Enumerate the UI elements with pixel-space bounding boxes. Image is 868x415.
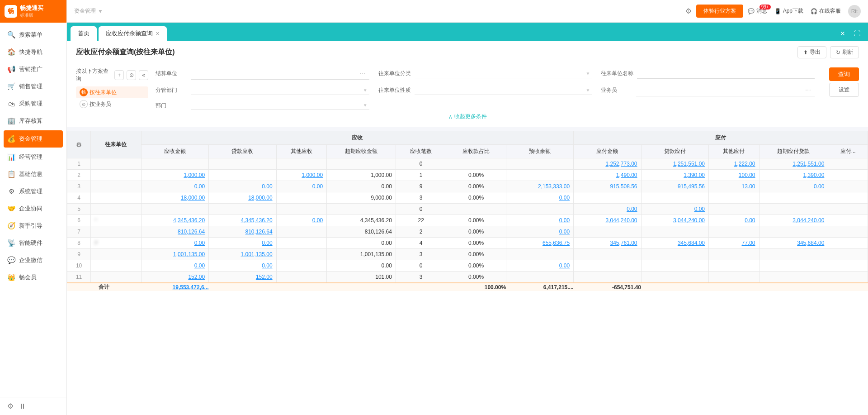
- cell-11[interactable]: [708, 249, 759, 260]
- sidebar-item-sales[interactable]: 🛒销售管理: [0, 78, 66, 95]
- cell-2[interactable]: 0.00: [141, 238, 208, 249]
- collapse-icon[interactable]: ⏸: [19, 402, 26, 410]
- tab-home[interactable]: 首页: [71, 26, 97, 41]
- cell-2[interactable]: 1,001,135.00: [141, 249, 208, 260]
- cell-2[interactable]: 0.00: [141, 260, 208, 272]
- cell-3[interactable]: 18,000.00: [209, 192, 276, 204]
- cell-4[interactable]: [276, 272, 327, 283]
- edit-scheme-btn[interactable]: ⊙: [127, 70, 136, 80]
- collapse-scheme-btn[interactable]: «: [139, 70, 148, 80]
- cell-3[interactable]: 1,001,135.00: [209, 249, 276, 260]
- cell-11[interactable]: 1,222.00: [708, 158, 759, 170]
- cell-3[interactable]: 810,126.64: [209, 226, 276, 238]
- cell-11[interactable]: 100.00: [708, 170, 759, 181]
- dept-managed-select[interactable]: ▼: [191, 86, 369, 95]
- export-button[interactable]: ⬆ 导出: [797, 46, 826, 58]
- cell-11[interactable]: 77.00: [708, 238, 759, 249]
- cell-11[interactable]: [708, 204, 759, 215]
- cell-2[interactable]: 152.00: [141, 272, 208, 283]
- cell-8[interactable]: [506, 158, 573, 170]
- cell-8[interactable]: 0.00: [506, 260, 573, 272]
- sidebar-item-finance[interactable]: 💰资金管理: [4, 130, 63, 148]
- cell-10[interactable]: 1,251,551.00: [641, 158, 708, 170]
- cell-4[interactable]: [276, 238, 327, 249]
- cell-12[interactable]: [759, 249, 828, 260]
- cell-8[interactable]: [506, 272, 573, 283]
- tab-close-icon[interactable]: ✕: [156, 31, 160, 37]
- add-scheme-btn[interactable]: +: [114, 70, 124, 80]
- cell-9[interactable]: 1,490.00: [574, 170, 641, 181]
- refresh-button[interactable]: ↻ 刷新: [830, 46, 859, 58]
- cell-10[interactable]: 0.00: [641, 204, 708, 215]
- settings-button[interactable]: 设置: [829, 83, 859, 97]
- cell-4[interactable]: [276, 192, 327, 204]
- user-area[interactable]: Rit: [848, 5, 861, 18]
- app-download[interactable]: 📱 App下载: [774, 7, 803, 15]
- settings-icon[interactable]: ⚙: [7, 402, 14, 410]
- salesperson-input[interactable]: ···: [636, 84, 815, 96]
- sidebar-item-search[interactable]: 🔍搜索菜单: [0, 26, 66, 43]
- promo-button[interactable]: 体验行业方案: [696, 5, 743, 18]
- scheme-by-unit[interactable]: 畅 按往来单位: [76, 86, 148, 98]
- cell-11[interactable]: [708, 260, 759, 272]
- unit-name-input[interactable]: [637, 68, 815, 79]
- tab-close-window[interactable]: ✕: [837, 28, 848, 39]
- cell-12[interactable]: 345,684.00: [759, 238, 828, 249]
- sidebar-item-operations[interactable]: 📊经营管理: [0, 148, 66, 166]
- tab-receivable[interactable]: 应收应付余额查询 ✕: [99, 26, 167, 41]
- cell-4[interactable]: [276, 249, 327, 260]
- cell-12[interactable]: [759, 204, 828, 215]
- sidebar-item-system[interactable]: ⚙系统管理: [0, 183, 66, 200]
- sidebar-item-member[interactable]: 👑畅会员: [0, 269, 66, 286]
- cell-11[interactable]: [708, 192, 759, 204]
- cell-4[interactable]: [276, 260, 327, 272]
- sidebar-item-cooperation[interactable]: 🤝企业协同: [0, 200, 66, 217]
- cell-3[interactable]: [209, 170, 276, 181]
- col-settings[interactable]: ⚙: [67, 131, 91, 158]
- cell-3[interactable]: 152.00: [209, 272, 276, 283]
- unit-nature-select[interactable]: ▼: [415, 86, 592, 95]
- cell-3[interactable]: 4,345,436.20: [209, 215, 276, 226]
- cell-9[interactable]: [574, 226, 641, 238]
- cell-3[interactable]: [209, 204, 276, 215]
- cell-9[interactable]: [574, 192, 641, 204]
- cell-10[interactable]: [641, 249, 708, 260]
- cell-9[interactable]: 0.00: [574, 204, 641, 215]
- sidebar-item-guide[interactable]: 🧭新手引导: [0, 217, 66, 234]
- footer-receivable-amount[interactable]: 19,553,472,6...: [141, 283, 208, 291]
- cell-2[interactable]: 18,000.00: [141, 192, 208, 204]
- unit-category-select[interactable]: ▼: [415, 69, 592, 78]
- cell-12[interactable]: [759, 260, 828, 272]
- cell-9[interactable]: 1,252,773.00: [574, 158, 641, 170]
- cell-12[interactable]: [759, 226, 828, 238]
- cell-9[interactable]: [574, 272, 641, 283]
- table-settings-icon[interactable]: ⚙: [76, 141, 82, 148]
- cell-12[interactable]: 1,251,551.00: [759, 158, 828, 170]
- cell-2[interactable]: [141, 204, 208, 215]
- cell-3[interactable]: 0.00: [209, 181, 276, 192]
- sidebar-item-nav[interactable]: 🏠快捷导航: [0, 43, 66, 61]
- cell-12[interactable]: [759, 272, 828, 283]
- cell-11[interactable]: 13.00: [708, 181, 759, 192]
- scheme-by-salesperson[interactable]: ⊙ 按业务员: [76, 98, 148, 110]
- cell-2[interactable]: 1,000.00: [141, 170, 208, 181]
- cell-12[interactable]: 3,044,240.00: [759, 215, 828, 226]
- cell-2[interactable]: 4,345,436.20: [141, 215, 208, 226]
- department-select[interactable]: ▼: [191, 101, 369, 110]
- sidebar-item-hardware[interactable]: 📡智能硬件: [0, 234, 66, 252]
- sidebar-item-purchase[interactable]: 🛍采购管理: [0, 95, 66, 112]
- cell-10[interactable]: 3,044,240.00: [641, 215, 708, 226]
- cell-8[interactable]: 0.00: [506, 226, 573, 238]
- cell-12[interactable]: 0.00: [759, 181, 828, 192]
- cell-9[interactable]: [574, 260, 641, 272]
- cell-8[interactable]: 655,636.75: [506, 238, 573, 249]
- sidebar-item-basic[interactable]: 📋基础信息: [0, 166, 66, 183]
- cell-11[interactable]: [708, 226, 759, 238]
- cell-9[interactable]: [574, 249, 641, 260]
- cell-8[interactable]: 0.00: [506, 215, 573, 226]
- cell-3[interactable]: 0.00: [209, 260, 276, 272]
- sidebar-item-inventory[interactable]: 🏢库存核算: [0, 112, 66, 129]
- cell-9[interactable]: 915,508.56: [574, 181, 641, 192]
- cell-11[interactable]: [708, 272, 759, 283]
- cell-11[interactable]: 0.00: [708, 215, 759, 226]
